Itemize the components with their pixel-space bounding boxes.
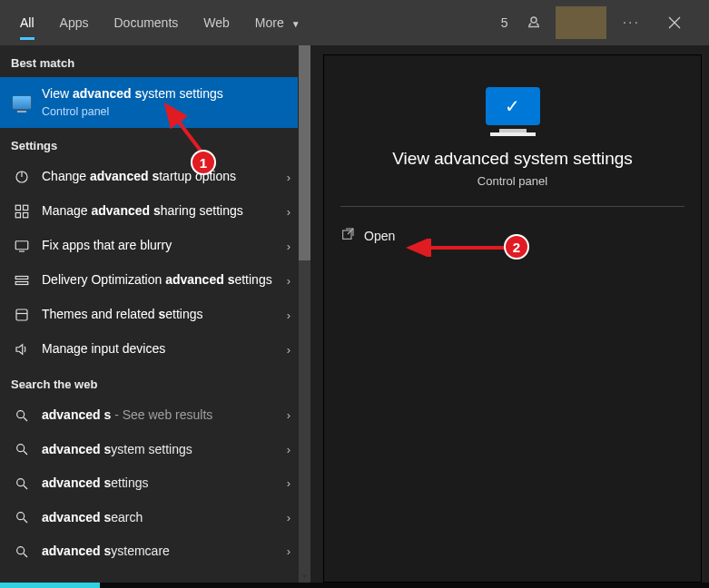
web-item-2[interactable]: advanced settings › <box>0 466 298 501</box>
settings-item-delivery[interactable]: Delivery Optimization advanced settings … <box>0 263 298 298</box>
settings-item-sharing[interactable]: Manage advanced sharing settings › <box>0 194 298 229</box>
svg-line-16 <box>24 417 27 421</box>
svg-rect-5 <box>15 205 20 210</box>
svg-point-21 <box>17 513 25 520</box>
svg-rect-8 <box>24 213 28 218</box>
search-icon <box>11 544 33 559</box>
delivery-icon <box>11 272 33 289</box>
results-panel: Best match View advanced system settings… <box>0 45 310 583</box>
chevron-right-icon: › <box>287 205 290 219</box>
chevron-right-icon: › <box>287 171 290 184</box>
chevron-right-icon: › <box>287 408 290 422</box>
settings-item-themes[interactable]: Themes and related settings › <box>0 298 298 332</box>
best-match-result[interactable]: View advanced system settings Control pa… <box>0 77 298 128</box>
tab-apps[interactable]: Apps <box>47 0 102 45</box>
tab-web[interactable]: Web <box>191 0 242 45</box>
annotation-badge-1: 1 <box>191 150 216 175</box>
web-item-3[interactable]: advanced search › <box>0 501 298 535</box>
monitor-check-icon: ✓ <box>486 87 540 125</box>
more-options-button[interactable]: ··· <box>615 9 647 36</box>
search-icon <box>11 442 33 456</box>
text-pre: View <box>42 86 73 101</box>
top-right-controls: 5 ··· <box>501 5 702 41</box>
reward-points: 5 <box>501 15 508 30</box>
preview-title: View advanced system settings <box>392 149 633 169</box>
rewards-icon[interactable] <box>521 10 547 35</box>
web-item-4[interactable]: advanced systemcare › <box>0 534 298 569</box>
text-bold: advanced s <box>73 86 142 101</box>
open-label: Open <box>364 229 395 243</box>
tab-all[interactable]: All <box>7 0 47 45</box>
svg-rect-13 <box>16 309 27 320</box>
tab-more[interactable]: More ▼ <box>242 0 313 45</box>
preview-sub: Control panel <box>478 174 547 188</box>
chevron-right-icon: › <box>287 511 290 524</box>
svg-point-17 <box>17 445 25 452</box>
chevron-right-icon: › <box>287 443 290 456</box>
power-icon <box>11 169 33 185</box>
network-icon <box>11 203 33 220</box>
svg-rect-9 <box>15 241 28 250</box>
display-icon <box>11 238 33 254</box>
svg-rect-7 <box>15 213 20 218</box>
sound-icon <box>11 341 33 358</box>
taskbar-strip <box>0 583 709 588</box>
taskbar-highlight <box>0 583 100 588</box>
section-settings: Settings <box>0 128 298 160</box>
section-best-match: Best match <box>0 45 298 77</box>
chevron-right-icon: › <box>287 309 290 322</box>
svg-line-20 <box>24 485 27 489</box>
monitor-icon <box>11 95 33 110</box>
svg-rect-11 <box>15 277 28 279</box>
scrollbar[interactable]: ▲ ▼ <box>299 45 310 583</box>
web-item-0[interactable]: advanced s - See web results › <box>0 398 298 433</box>
search-icon <box>11 510 33 524</box>
search-tabs: All Apps Documents Web More ▼ 5 ··· <box>0 0 709 45</box>
user-avatar[interactable] <box>556 6 606 39</box>
chevron-right-icon: › <box>287 343 290 357</box>
svg-point-23 <box>17 547 25 554</box>
svg-point-19 <box>17 479 25 486</box>
open-icon <box>340 227 355 245</box>
svg-rect-12 <box>15 282 28 285</box>
close-button[interactable] <box>656 5 693 41</box>
themes-icon <box>11 307 33 323</box>
scroll-down-icon[interactable]: ▼ <box>299 570 310 583</box>
preview-panel: ✓ View advanced system settings Control … <box>323 54 702 583</box>
svg-point-0 <box>531 17 537 23</box>
chevron-right-icon: › <box>287 240 290 253</box>
scrollbar-thumb[interactable] <box>299 45 310 260</box>
svg-point-15 <box>17 411 25 418</box>
svg-line-22 <box>24 519 27 523</box>
tab-more-label: More <box>255 15 284 30</box>
svg-rect-6 <box>24 205 28 210</box>
chevron-right-icon: › <box>287 476 290 490</box>
annotation-badge-2: 2 <box>504 234 529 260</box>
chevron-right-icon: › <box>287 544 290 558</box>
chevron-down-icon: ▼ <box>291 19 300 29</box>
settings-item-input[interactable]: Manage input devices › <box>0 332 298 367</box>
svg-line-24 <box>24 554 27 557</box>
settings-item-blurry[interactable]: Fix apps that are blurry › <box>0 229 298 263</box>
search-icon <box>11 476 33 491</box>
search-icon <box>11 408 33 423</box>
settings-item-startup[interactable]: Change advanced startup options › <box>0 160 298 194</box>
tab-documents[interactable]: Documents <box>101 0 191 45</box>
chevron-right-icon: › <box>287 274 290 288</box>
section-search-web: Search the web <box>0 367 298 398</box>
svg-line-18 <box>24 451 27 455</box>
web-item-1[interactable]: advanced system settings › <box>0 433 298 467</box>
